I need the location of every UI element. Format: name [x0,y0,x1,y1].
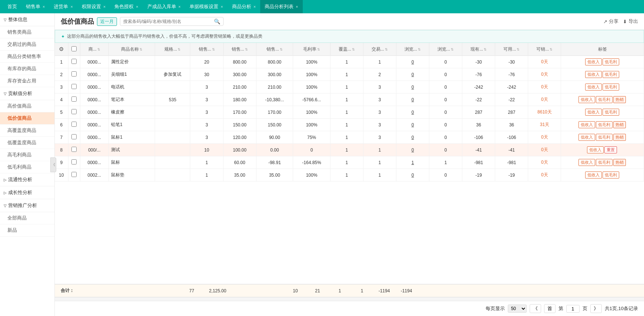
nav-purchase-close[interactable]: × [70,4,73,9]
page-number-input[interactable] [566,305,580,313]
sidebar-group-overall-label: 整体信息 [8,16,27,23]
sidebar-group-contribution-label: 贡献值分析 [8,90,32,97]
nav-role-close[interactable]: × [136,4,138,9]
td-check [68,94,80,106]
sidebar-item-all-goods[interactable]: 全部商品 [0,212,54,224]
th-code[interactable]: 商...⇅ [80,43,109,56]
nav-template-close[interactable]: × [221,4,223,9]
th-spec[interactable]: 规格...⇅ [155,43,190,56]
td-code: 0000... [80,81,109,94]
select-all-checkbox[interactable] [71,46,77,51]
sidebar-group-growth[interactable]: ▷ 成长性分析 [0,186,54,199]
browse1-link[interactable]: 0 [412,97,414,102]
td-current: -106 [462,131,495,144]
nav-template[interactable]: 单据模板设置 × [185,0,227,13]
sidebar-item-stock-capital[interactable]: 库存资金占用 [0,75,54,87]
nav-product-list[interactable]: 商品分析列表 × [260,0,302,13]
sidebar-group-marketing[interactable]: ▽ 营销推广分析 [0,199,54,212]
th-cover[interactable]: 覆盖...⇅ [330,43,363,56]
row-checkbox[interactable] [71,147,77,152]
th-current[interactable]: 现有...⇅ [462,43,495,56]
bottom-scrollbar[interactable] [55,297,644,301]
row-checkbox[interactable] [71,109,77,114]
nav-permission[interactable]: 权限设置 × [77,0,110,13]
td-browse2: 0 [429,81,462,94]
export-button[interactable]: ⬇ 导出 [623,18,638,25]
row-checkbox[interactable] [71,134,77,139]
th-browse1[interactable]: 浏览...⇅ [396,43,429,56]
browse1-link[interactable]: 1 [412,160,414,165]
th-gross[interactable]: 毛利率⇅ [293,43,331,56]
browse1-link[interactable]: 0 [412,72,414,77]
th-available[interactable]: 可用...⇅ [495,43,528,56]
nav-product-analysis[interactable]: 商品分析 × [228,0,260,13]
nav-home[interactable]: 首页 [3,0,21,13]
th-sellable[interactable]: 可销...⇅ [528,43,561,56]
sidebar-group-contribution[interactable]: ▽ 贡献值分析 [0,87,54,100]
browse1-link[interactable]: 0 [412,60,414,65]
th-gear[interactable]: ⚙ [55,43,68,56]
sidebar-item-low-margin[interactable]: 低毛利商品 [0,161,54,173]
td-browse2: 0 [429,68,462,81]
browse1-link[interactable]: 0 [412,110,414,115]
th-trade[interactable]: 交易...⇅ [363,43,396,56]
browse1-link[interactable]: 0 [412,122,414,128]
nav-permission-close[interactable]: × [103,4,105,9]
table-container[interactable]: ⚙ 商...⇅ 商品名称⇅ 规格...⇅ 销售...⇅ 销售...⇅ 销售...… [55,43,644,284]
per-page-select[interactable]: 50 100 200 [508,305,527,313]
search-input[interactable] [123,19,214,24]
next-page-btn[interactable]: 》 [590,304,602,313]
td-current: 36 [462,119,495,131]
sidebar-group-overall[interactable]: ▽ 整体信息 [0,13,54,26]
td-browse1: 0 [396,81,429,94]
sidebar-item-new-goods[interactable]: 新品 [0,224,54,237]
row-checkbox[interactable] [71,159,77,164]
td-cover: 1 [330,56,363,68]
search-icon[interactable]: 🔍 [214,18,220,24]
browse1-link[interactable]: 0 [412,135,414,140]
row-checkbox[interactable] [71,84,77,89]
sidebar-item-stock-goods[interactable]: 有库存的商品 [0,63,54,75]
nav-product-list-close[interactable]: × [296,4,298,9]
browse1-link[interactable]: 0 [412,85,414,90]
first-page-btn[interactable]: 《 [530,304,541,313]
row-checkbox[interactable] [71,172,77,177]
sidebar-item-low-coverage[interactable]: 低覆盖度商品 [0,137,54,149]
browse1-link[interactable]: 0 [412,147,414,153]
row-checkbox[interactable] [71,59,77,64]
sidebar-item-low-value[interactable]: 低价值商品 [0,112,54,125]
row-checkbox[interactable] [71,96,77,102]
nav-role[interactable]: 角色授权 × [110,0,142,13]
nav-purchase[interactable]: 进货单 × [49,0,77,13]
nav-sales[interactable]: 销售单 × [21,0,49,13]
sidebar-collapse-btn[interactable]: 《 [50,157,56,172]
td-code: 0000... [80,68,109,81]
table-row: 5 0000... 橡皮擦 3 170.00 170.00 100% 1 3 0… [55,106,644,119]
th-browse2[interactable]: 浏览...⇅ [429,43,462,56]
gear-icon[interactable]: ⚙ [59,46,64,52]
sidebar-group-liquidity[interactable]: ▷ 流通性分析 [0,173,54,186]
td-code: 0000... [80,56,109,68]
row-checkbox[interactable] [71,71,77,77]
browse1-link[interactable]: 0 [412,173,414,178]
tag-label: 低收入 [578,121,595,128]
th-sales-qty[interactable]: 销售...⇅ [190,43,223,56]
th-name[interactable]: 商品名称⇅ [109,43,155,56]
share-button[interactable]: ↗ 分享 [603,18,618,25]
th-sales-amt[interactable]: 销售...⇅ [223,43,256,56]
nav-sales-close[interactable]: × [43,4,45,9]
nav-product-in[interactable]: 产成品入库单 × [143,0,185,13]
nav-product-analysis-close[interactable]: × [254,4,256,9]
time-tag-btn[interactable]: 近一月 [97,17,117,26]
share-label: 分享 [609,18,618,25]
th-sales-avg[interactable]: 销售...⇅ [256,43,293,56]
row-checkbox[interactable] [71,122,77,127]
sidebar-item-category-rate[interactable]: 商品分类销售率 [0,51,54,63]
sidebar-item-high-value[interactable]: 高价值商品 [0,100,54,112]
sidebar-item-sales-goods[interactable]: 销售类商品 [0,26,54,38]
sidebar-item-traded-goods[interactable]: 交易过的商品 [0,38,54,51]
prev-page-btn[interactable]: 首 [544,304,556,313]
nav-product-in-close[interactable]: × [178,4,181,9]
sidebar-item-high-margin[interactable]: 高毛利商品 [0,149,54,161]
sidebar-item-high-coverage[interactable]: 高覆盖度商品 [0,125,54,137]
